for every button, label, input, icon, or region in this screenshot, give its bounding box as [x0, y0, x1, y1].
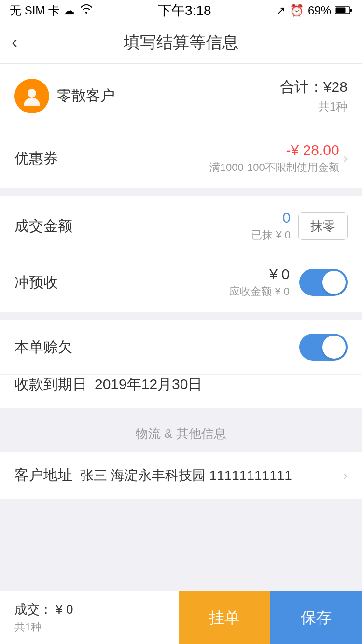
logistics-divider: 物流 & 其他信息 — [0, 416, 362, 452]
address-section: 客户地址 张三 海淀永丰科技园 11111111111 › — [0, 452, 362, 499]
content: 零散客户 合计：¥28 共1种 优惠券 -¥ 28.00 满1000-100不限… — [0, 64, 362, 564]
chevron-right-icon: › — [343, 151, 348, 166]
page-title: 填写结算等信息 — [124, 31, 238, 54]
toggle-knob — [322, 271, 346, 294]
credit-section: 本单赊欠 收款到期日 2019年12月30日 — [0, 320, 362, 408]
status-bar: 无 SIM 卡 ☁ 下午3:18 ↗ ⏰ 69% — [0, 0, 362, 21]
location-icon: ↗ — [276, 4, 286, 17]
due-date-value: 2019年12月30日 — [95, 375, 202, 394]
customer-left: 零散客户 — [14, 79, 115, 113]
bottom-summary: 成交： ¥ 0 共1种 — [0, 601, 179, 634]
customer-row: 零散客户 合计：¥28 共1种 — [0, 64, 362, 128]
precollect-right: ¥ 0 应收金额 ¥ 0 — [229, 266, 348, 299]
credit-toggle-knob — [322, 336, 346, 359]
address-row[interactable]: 客户地址 张三 海淀永丰科技园 11111111111 › — [0, 452, 362, 499]
precollect-main-amount: ¥ 0 — [229, 266, 290, 282]
precollect-sub-amount: 应收金额 ¥ 0 — [229, 284, 290, 299]
battery-icon — [335, 4, 352, 17]
bottom-deal-amount: ¥ 0 — [56, 602, 73, 616]
due-date-label: 收款到期日 — [14, 375, 87, 394]
customer-section: 零散客户 合计：¥28 共1种 优惠券 -¥ 28.00 满1000-100不限… — [0, 64, 362, 188]
customer-avatar — [14, 79, 49, 113]
status-time: 下午3:18 — [158, 1, 211, 20]
transaction-label: 成交金额 — [14, 216, 72, 236]
transaction-right: 0 已抹 ¥ 0 抹零 — [251, 210, 348, 242]
back-button[interactable]: ‹ — [12, 32, 17, 53]
address-chevron-icon: › — [343, 468, 348, 483]
logistics-label: 物流 & 其他信息 — [136, 425, 226, 442]
coupon-desc: 满1000-100不限制使用金额 — [209, 160, 339, 175]
nav-bar: ‹ 填写结算等信息 — [0, 21, 362, 64]
hold-button[interactable]: 挂单 — [179, 591, 270, 644]
battery-label: 69% — [308, 4, 331, 17]
precollect-label: 冲预收 — [14, 273, 58, 293]
bottom-bar: 成交： ¥ 0 共1种 挂单 保存 — [0, 591, 362, 644]
precollect-toggle[interactable] — [299, 269, 348, 296]
wifi-icon — [80, 4, 93, 17]
divider-line-left — [14, 434, 128, 434]
coupon-discount: -¥ 28.00 — [209, 142, 339, 158]
customer-name: 零散客户 — [57, 86, 115, 106]
coupon-right: -¥ 28.00 满1000-100不限制使用金额 › — [209, 142, 348, 175]
transaction-amount-sub: 已抹 ¥ 0 — [251, 228, 291, 242]
address-label: 客户地址 — [14, 465, 72, 485]
bottom-deal-row: 成交： ¥ 0 — [14, 601, 164, 618]
status-left: 无 SIM 卡 ☁ — [10, 3, 93, 18]
transaction-amount-value: 0 — [251, 210, 291, 226]
transaction-row: 成交金额 0 已抹 ¥ 0 抹零 — [0, 196, 362, 256]
precollect-row: 冲预收 ¥ 0 应收金额 ¥ 0 — [0, 256, 362, 312]
coupon-label: 优惠券 — [14, 149, 58, 168]
customer-right: 合计：¥28 共1种 — [280, 77, 348, 114]
credit-toggle[interactable] — [299, 334, 348, 361]
bottom-deal-label: 成交： — [14, 602, 52, 616]
customer-count: 共1种 — [280, 99, 348, 114]
svg-rect-1 — [350, 9, 352, 12]
status-right: ↗ ⏰ 69% — [276, 4, 352, 17]
alarm-icon: ⏰ — [290, 4, 304, 17]
save-button[interactable]: 保存 — [270, 591, 362, 644]
credit-label: 本单赊欠 — [14, 337, 72, 357]
transaction-section: 成交金额 0 已抹 ¥ 0 抹零 冲预收 ¥ 0 应收金额 ¥ 0 — [0, 196, 362, 312]
bottom-count: 共1种 — [14, 620, 164, 634]
divider-line-right — [234, 434, 348, 434]
round-button[interactable]: 抹零 — [298, 212, 348, 240]
customer-total: 合计：¥28 — [280, 77, 348, 97]
svg-point-3 — [28, 89, 36, 98]
coupon-row[interactable]: 优惠券 -¥ 28.00 满1000-100不限制使用金额 › — [0, 128, 362, 188]
coupon-info: -¥ 28.00 满1000-100不限制使用金额 — [209, 142, 339, 175]
due-date-row: 收款到期日 2019年12月30日 — [0, 374, 362, 408]
address-value: 张三 海淀永丰科技园 11111111111 — [72, 466, 343, 485]
transaction-amount-col: 0 已抹 ¥ 0 — [251, 210, 291, 242]
precollect-amounts: ¥ 0 应收金额 ¥ 0 — [229, 266, 290, 299]
sim-label: 无 SIM 卡 ☁ — [10, 3, 75, 18]
svg-rect-2 — [336, 8, 346, 13]
credit-row: 本单赊欠 — [0, 320, 362, 374]
